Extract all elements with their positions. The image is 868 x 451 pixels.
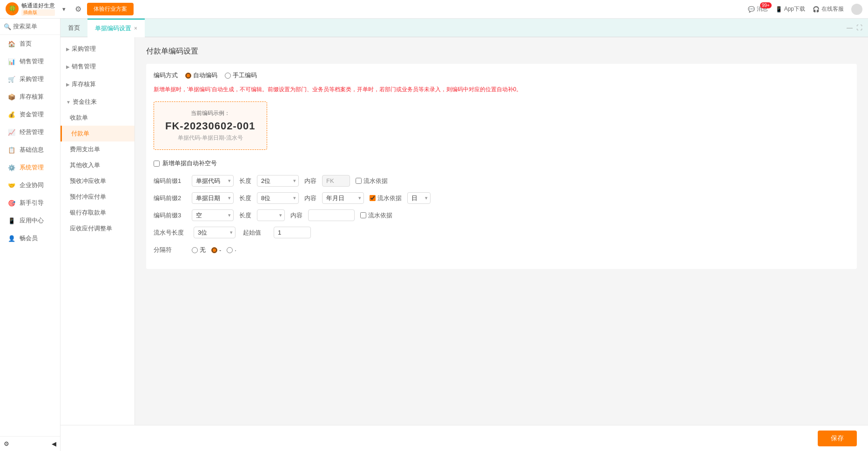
message-button[interactable]: 💬 消息 99+ xyxy=(748,5,768,13)
prefix1-row: 编码前缀1 单据代码 长度 2位 内容 xyxy=(154,175,849,187)
tab-maximize-icon[interactable]: ⛶ xyxy=(856,24,862,31)
prefix2-water-unit-wrapper: 日 xyxy=(407,192,431,204)
code-preview: 当前编码示例： FK-20230602-001 单据代码-单据日期-流水号 xyxy=(154,101,267,150)
app-download-button[interactable]: 📱 App下载 xyxy=(775,5,805,13)
tab-minimize-icon[interactable]: — xyxy=(847,24,853,31)
sep-dash-radio[interactable] xyxy=(211,247,217,253)
submenu-item-prepay-pay[interactable]: 预付冲应付单 xyxy=(61,189,135,205)
prefix1-len-select[interactable]: 2位 xyxy=(257,175,299,187)
start-val-input[interactable] xyxy=(274,227,311,238)
topbar-left: 🍀 畅通道好生意 插曲版 ▾ ⚙ 体验行业方案 xyxy=(6,2,134,15)
prefix3-len-select-wrapper xyxy=(257,209,285,221)
sidebar-item-sales[interactable]: 📊 销售管理 xyxy=(0,53,60,70)
submenu-title-sales[interactable]: ▶ 销售管理 xyxy=(61,59,135,74)
sep-none-option[interactable]: 无 xyxy=(192,246,206,254)
prefix1-water-check: 流水依据 xyxy=(356,177,388,185)
trial-button[interactable]: 体验行业方案 xyxy=(87,3,134,15)
save-button[interactable]: 保存 xyxy=(818,431,857,446)
arrow-icon: ▶ xyxy=(66,64,70,69)
encode-tip: 新增单据时，'单据编码'自动生成，不可编辑。前缀设置为部门、业务员等档案类，开单… xyxy=(154,85,849,94)
submenu-item-adjust[interactable]: 应收应付调整单 xyxy=(61,221,135,236)
sidebar-item-appcenter[interactable]: 📱 应用中心 xyxy=(0,212,60,229)
sep-dot-radio[interactable] xyxy=(227,247,233,253)
prefix3-water-check: 流水依据 xyxy=(360,211,392,220)
manual-encode-option[interactable]: 手工编码 xyxy=(225,71,257,80)
logo: 🍀 畅通道好生意 插曲版 xyxy=(6,2,55,15)
prefix3-select[interactable]: 空 xyxy=(192,209,234,221)
submenu-title-inventory[interactable]: ▶ 库存核算 xyxy=(61,76,135,92)
sep-none-radio[interactable] xyxy=(192,247,198,253)
prefix3-water-checkbox[interactable] xyxy=(360,212,366,218)
topbar-right: 💬 消息 99+ 📱 App下载 🎧 在线客服 xyxy=(748,4,862,15)
page-title: 付款单编码设置 xyxy=(146,47,857,56)
avatar[interactable] xyxy=(851,4,862,15)
service-button[interactable]: 🎧 在线客服 xyxy=(813,5,844,13)
sidebar-item-purchase[interactable]: 🛒 采购管理 xyxy=(0,70,60,88)
sidebar-item-basic[interactable]: 📋 基础信息 xyxy=(0,141,60,159)
arrow-icon: ▶ xyxy=(66,47,70,52)
tab-close-icon[interactable]: × xyxy=(134,25,137,32)
submenu-item-bank-deposit[interactable]: 银行存取款单 xyxy=(61,205,135,221)
enterprise-icon: 🤝 xyxy=(7,181,16,189)
auto-encode-option[interactable]: 自动编码 xyxy=(185,71,217,80)
finance-icon: 💰 xyxy=(7,110,16,119)
prefix1-content-input[interactable] xyxy=(322,175,350,187)
auto-encode-radio[interactable] xyxy=(185,73,191,79)
prefix2-content-select[interactable]: 年月日 xyxy=(322,192,364,204)
tabbar-actions: — ⛶ xyxy=(847,24,868,31)
sales-icon: 📊 xyxy=(7,57,16,66)
submenu-item-expense[interactable]: 费用支出单 xyxy=(61,141,135,157)
sub-menu: ▶ 采购管理 ▶ 销售管理 ▶ 库存核算 xyxy=(61,37,135,425)
sidebar-item-operations[interactable]: 📈 经营管理 xyxy=(0,123,60,141)
prefix2-water-checkbox[interactable] xyxy=(370,195,376,201)
tabbar: 首页 单据编码设置 × — ⛶ xyxy=(61,19,868,37)
prefix2-content-select-wrapper: 年月日 xyxy=(322,192,364,204)
sep-dot-option[interactable]: · xyxy=(227,247,236,254)
auto-fill-checkbox[interactable] xyxy=(154,161,160,167)
submenu-item-prepay-receive[interactable]: 预收冲应收单 xyxy=(61,173,135,189)
submenu-title-finance[interactable]: ▼ 资金往来 xyxy=(61,94,135,110)
submenu-item-payment[interactable]: 付款单 xyxy=(61,126,135,141)
topbar-dropdown[interactable]: ▾ xyxy=(59,4,69,14)
sidebar-item-inventory[interactable]: 📦 库存核算 xyxy=(0,88,60,106)
settings-icon[interactable]: ⚙ xyxy=(73,3,83,15)
service-icon: 🎧 xyxy=(813,6,820,13)
serial-len-select[interactable]: 3位 xyxy=(194,227,236,238)
serial-row: 流水号长度 3位 起始值 xyxy=(154,227,849,238)
sidebar-item-system[interactable]: ⚙️ 系统管理 xyxy=(0,159,60,176)
newguide-icon: 🎯 xyxy=(7,199,16,207)
sidebar-bottom: ⚙ ◀ xyxy=(0,436,60,451)
prefix2-select[interactable]: 单据日期 xyxy=(192,192,234,204)
main-content: 付款单编码设置 编码方式 自动编码 手工编码 xyxy=(135,37,868,425)
sidebar-item-member[interactable]: 👤 畅会员 xyxy=(0,229,60,247)
topbar: 🍀 畅通道好生意 插曲版 ▾ ⚙ 体验行业方案 💬 消息 99+ 📱 App下载… xyxy=(0,0,868,19)
sidebar-item-enterprise[interactable]: 🤝 企业协同 xyxy=(0,176,60,194)
prefix1-select-wrapper: 单据代码 xyxy=(192,175,234,187)
sidebar-item-home[interactable]: 🏠 首页 xyxy=(0,35,60,53)
sidebar-item-finance[interactable]: 💰 资金管理 xyxy=(0,106,60,123)
basic-icon: 📋 xyxy=(7,146,16,154)
inventory-icon: 📦 xyxy=(7,93,16,101)
sidebar-search[interactable]: 🔍 搜索菜单 xyxy=(0,19,60,35)
sidebar-collapse-icon[interactable]: ◀ xyxy=(52,440,56,447)
prefix3-len-select[interactable] xyxy=(257,209,285,221)
app-icon: 📱 xyxy=(775,6,782,13)
submenu-title-purchase[interactable]: ▶ 采购管理 xyxy=(61,41,135,57)
sep-dash-option[interactable]: - xyxy=(211,247,221,254)
prefix3-select-wrapper: 空 xyxy=(192,209,234,221)
prefix1-select[interactable]: 单据代码 xyxy=(192,175,234,187)
sidebar-item-newguide[interactable]: 🎯 新手引导 xyxy=(0,194,60,212)
prefix3-row: 编码前缀3 空 长度 内容 xyxy=(154,209,849,221)
tab-home[interactable]: 首页 xyxy=(61,19,87,37)
prefix3-content-input[interactable] xyxy=(308,209,355,221)
submenu-item-receipt[interactable]: 收款单 xyxy=(61,110,135,126)
prefix1-water-checkbox[interactable] xyxy=(356,178,362,184)
prefix2-len-select[interactable]: 8位 xyxy=(257,192,299,204)
submenu-item-other-income[interactable]: 其他收入单 xyxy=(61,157,135,173)
appcenter-icon: 📱 xyxy=(7,216,16,225)
sidebar-settings-icon[interactable]: ⚙ xyxy=(4,440,9,447)
prefix2-water-unit-select[interactable]: 日 xyxy=(407,192,431,204)
manual-encode-radio[interactable] xyxy=(225,73,231,79)
tab-encoding[interactable]: 单据编码设置 × xyxy=(87,19,145,37)
purchase-icon: 🛒 xyxy=(7,75,16,83)
